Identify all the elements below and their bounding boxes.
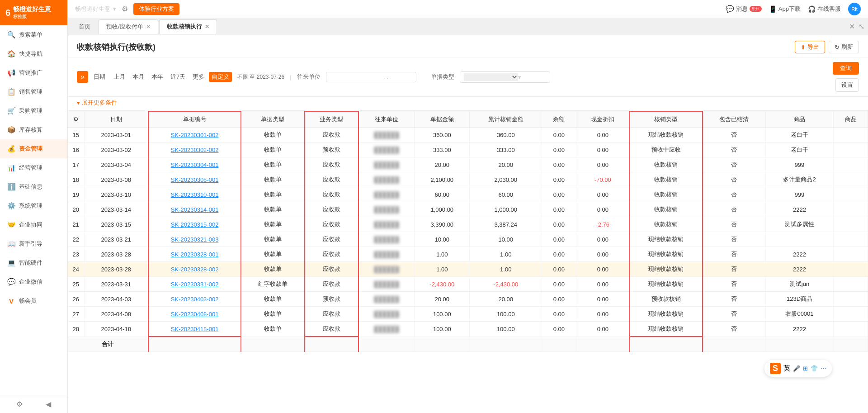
watermark-grid-icon[interactable]: ⊞: [803, 365, 808, 372]
doc-no-link[interactable]: SK-20230314-001: [171, 206, 219, 213]
tab-home[interactable]: 首页: [71, 19, 98, 34]
tab-prepay[interactable]: 预收/应收付单 ✕: [99, 19, 158, 34]
th-cancel-type[interactable]: 核销类型: [630, 111, 703, 128]
collapse-icon[interactable]: ◀: [46, 400, 51, 408]
doc-no-link[interactable]: SK-20230403-002: [171, 296, 219, 303]
page-actions: ⬆ 导出 ↻ 刷新: [795, 41, 859, 53]
sidebar-item-sales[interactable]: 📋 销售管理: [0, 82, 67, 101]
sidebar-item-quicknav[interactable]: 🏠 快捷导航: [0, 44, 67, 63]
th-product2[interactable]: 商品: [834, 111, 868, 128]
th-counterparty[interactable]: 往来单位: [359, 111, 415, 128]
filter-toggle-button[interactable]: »: [77, 71, 88, 83]
sidebar-logo: 6 畅橙道好生意 标推版: [0, 0, 67, 25]
refresh-button[interactable]: ↻ 刷新: [829, 41, 859, 53]
th-biz-type[interactable]: 业务类型: [305, 111, 359, 128]
basic-icon: ℹ️: [7, 183, 15, 191]
receipt-type-select[interactable]: [464, 73, 518, 81]
th-has-settled[interactable]: 包含已结清: [703, 111, 765, 128]
date-btn-custom[interactable]: 自定义: [209, 72, 232, 82]
tab-cancel[interactable]: 收款核销执行 ✕: [159, 19, 217, 34]
doc-no-link[interactable]: SK-20230321-003: [171, 236, 219, 243]
th-discount[interactable]: 现金折扣: [576, 111, 629, 128]
watermark-more-icon[interactable]: ⋯: [821, 365, 826, 372]
td-doc-no: SK-20230328-001: [148, 247, 241, 262]
sidebar-item-system[interactable]: ⚙️ 系统管理: [0, 196, 67, 215]
doc-no-link[interactable]: SK-20230331-002: [171, 281, 219, 288]
app-download[interactable]: 📱 App下载: [769, 5, 801, 13]
sidebar-item-hardware[interactable]: 💻 智能硬件: [0, 253, 67, 272]
th-cancel-amount[interactable]: 累计核销金额: [470, 111, 542, 128]
expand-conditions-button[interactable]: ▾ 展开更多条件: [77, 99, 117, 107]
doc-no-link[interactable]: SK-20230315-002: [171, 221, 219, 228]
th-settings[interactable]: ⚙: [68, 111, 84, 128]
tab-cancel-close[interactable]: ✕: [205, 24, 209, 30]
doc-no-link[interactable]: SK-20230308-001: [171, 176, 219, 183]
query-button[interactable]: 查询: [833, 62, 859, 75]
th-doc-type[interactable]: 单据类型: [241, 111, 304, 128]
td-discount: -70.00: [576, 172, 629, 187]
td-cancel-type: 预收中应收: [630, 142, 703, 157]
td-product1: 老白干: [765, 142, 833, 157]
date-btn-this-month[interactable]: 本月: [130, 72, 147, 82]
sidebar-item-enterprise[interactable]: 🤝 企业协同: [0, 215, 67, 234]
th-balance[interactable]: 余额: [542, 111, 576, 128]
sidebar-item-search[interactable]: 🔍 搜索菜单: [0, 25, 67, 44]
export-button[interactable]: ⬆ 导出: [795, 41, 825, 53]
sidebar-item-basic[interactable]: ℹ️ 基础信息: [0, 177, 67, 196]
sidebar-item-operations[interactable]: 📊 经营管理: [0, 158, 67, 177]
watermark-shirt-icon[interactable]: 👕: [811, 365, 818, 372]
doc-no-link[interactable]: SK-20230418-001: [171, 326, 219, 332]
settings-icon[interactable]: ⚙: [16, 400, 23, 408]
solution-button[interactable]: 体验行业方案: [133, 3, 179, 15]
export-icon: ⬆: [801, 44, 806, 51]
td-cancel-type: 现结收款核销: [630, 232, 703, 247]
th-doc-no[interactable]: 单据编号: [148, 111, 241, 128]
doc-no-link[interactable]: SK-20230310-001: [171, 191, 219, 198]
tab-prepay-close[interactable]: ✕: [146, 24, 151, 30]
sidebar-item-purchase[interactable]: 🛒 采购管理: [0, 101, 67, 120]
doc-no-link[interactable]: SK-20230328-002: [171, 266, 219, 273]
sidebar-item-member[interactable]: V 畅会员: [0, 291, 67, 310]
topbar-chevron-icon[interactable]: ▾: [113, 5, 116, 12]
setting-button[interactable]: 设置: [835, 78, 859, 92]
th-product1[interactable]: 商品: [765, 111, 833, 128]
tab-expand-icon[interactable]: ⤡: [859, 22, 864, 31]
sidebar-item-marketing[interactable]: 📢 营销推广: [0, 63, 67, 82]
td-balance: 0.00: [542, 157, 576, 172]
user-avatar[interactable]: Rit: [848, 3, 861, 15]
expand-chevron-icon: ▾: [77, 100, 80, 106]
th-amount[interactable]: 单据金额: [415, 111, 470, 128]
date-btn-more[interactable]: 更多: [190, 72, 207, 82]
sidebar-item-inventory[interactable]: 📦 库存核算: [0, 120, 67, 139]
table-row: 25 2023-03-31 SK-20230331-002 红字收款单 应收款 …: [68, 277, 868, 292]
date-btn-7days[interactable]: 近7天: [168, 72, 188, 82]
finance-icon: 💰: [7, 145, 15, 153]
counterparty-input[interactable]: [330, 74, 384, 81]
online-service[interactable]: 🎧 在线客服: [808, 5, 841, 13]
td-amount: -2,430.00: [415, 277, 470, 292]
td-footer-label: 合计: [68, 337, 148, 351]
date-btn-last-month[interactable]: 上月: [111, 72, 128, 82]
sidebar-item-finance[interactable]: 💰 资金管理: [0, 139, 67, 158]
td-balance: 0.00: [542, 292, 576, 307]
doc-no-link[interactable]: SK-20230328-001: [171, 251, 219, 258]
sidebar-item-wechat[interactable]: 💬 企业微信: [0, 272, 67, 291]
message-icon[interactable]: 💬 消息 99+: [726, 5, 762, 13]
td-product2: [834, 202, 868, 217]
topbar-gear-icon[interactable]: ⚙: [122, 5, 128, 13]
td-biz-type: 应收款: [305, 187, 359, 202]
th-date[interactable]: 日期: [84, 111, 148, 128]
doc-no-link[interactable]: SK-20230304-001: [171, 161, 219, 168]
sidebar-item-guide[interactable]: 📖 新手引导: [0, 234, 67, 253]
doc-no-link[interactable]: SK-20230408-001: [171, 311, 219, 318]
td-no: 27: [68, 307, 84, 322]
counterparty-value: ██████: [374, 191, 399, 198]
doc-no-link[interactable]: SK-20230302-002: [171, 147, 219, 153]
tab-close-icon[interactable]: ✕: [849, 22, 855, 31]
td-footer-doc-type: [241, 337, 304, 351]
td-doc-no: SK-20230301-002: [148, 128, 241, 142]
watermark-mic-icon[interactable]: 🎤: [793, 365, 800, 372]
page-title: 收款核销执行(按收款): [77, 42, 156, 52]
doc-no-link[interactable]: SK-20230301-002: [171, 132, 219, 138]
date-btn-this-year[interactable]: 本年: [149, 72, 166, 82]
